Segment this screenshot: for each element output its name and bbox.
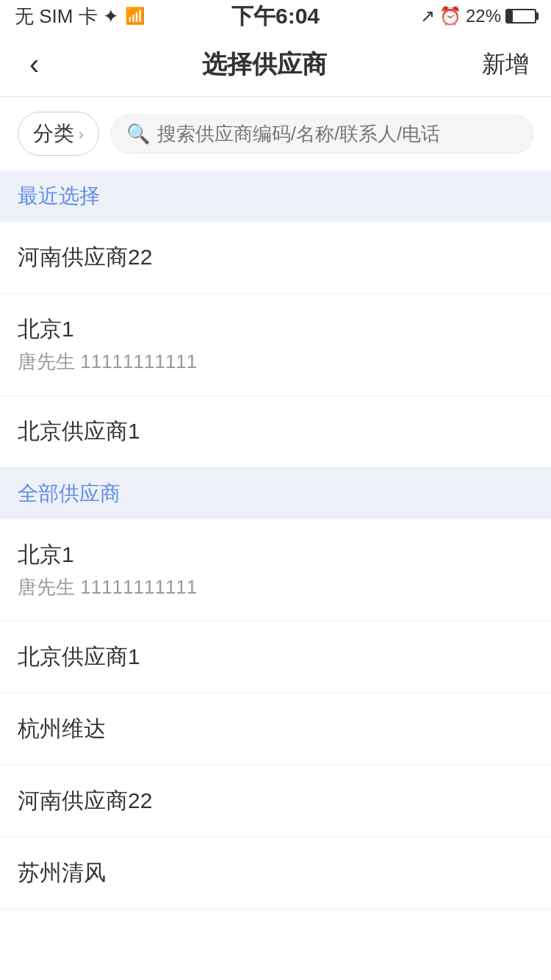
status-right: ↗ ⏰ 22%	[420, 6, 536, 26]
status-bar: 无 SIM 卡 ✦ 📶 下午6:04 ↗ ⏰ 22%	[0, 0, 551, 32]
page-title: 选择供应商	[202, 48, 327, 82]
item-name: 北京供应商1	[18, 417, 533, 447]
all-section-header: 全部供应商	[0, 468, 551, 519]
back-button[interactable]: ‹	[22, 40, 46, 88]
item-name: 杭州维达	[18, 714, 533, 744]
item-name: 北京供应商1	[18, 642, 533, 672]
all-section-label: 全部供应商	[18, 482, 120, 505]
item-name: 北京1	[18, 540, 533, 570]
recent-section-label: 最近选择	[18, 184, 100, 207]
list-item[interactable]: 北京1 唐先生 11111111111	[0, 294, 551, 396]
new-add-button[interactable]: 新增	[482, 48, 529, 81]
all-list: 北京1 唐先生 11111111111北京供应商1杭州维达河南供应商22苏州清风	[0, 519, 551, 909]
status-left: 无 SIM 卡 ✦ 📶	[15, 4, 145, 29]
nav-bar: ‹ 选择供应商 新增	[0, 32, 551, 97]
list-item[interactable]: 北京供应商1	[0, 621, 551, 693]
chevron-right-icon: ›	[79, 126, 84, 143]
list-item[interactable]: 北京供应商1	[0, 396, 551, 468]
category-button[interactable]: 分类 ›	[18, 112, 99, 156]
wifi-icon: 📶	[125, 7, 145, 26]
search-input[interactable]	[157, 123, 518, 145]
status-time: 下午6:04	[231, 1, 320, 32]
recent-list: 河南供应商22北京1 唐先生 11111111111北京供应商1	[0, 222, 551, 468]
item-name: 苏州清风	[18, 858, 533, 888]
filter-bar: 分类 › 🔍	[0, 97, 551, 170]
location-icon: ↗	[420, 6, 435, 26]
alarm-icon: ⏰	[439, 6, 461, 26]
search-icon: 🔍	[126, 123, 150, 145]
battery-icon	[505, 9, 536, 24]
item-name: 北京1	[18, 314, 533, 345]
category-label: 分类	[33, 120, 74, 148]
item-sub: 唐先生 11111111111	[18, 349, 533, 375]
battery-percentage: 22%	[466, 6, 501, 26]
list-item[interactable]: 河南供应商22	[0, 222, 551, 294]
sim-status: 无 SIM 卡 ✦	[15, 4, 119, 29]
item-sub: 唐先生 11111111111	[18, 574, 533, 600]
list-item[interactable]: 苏州清风	[0, 837, 551, 909]
recent-section-header: 最近选择	[0, 170, 551, 222]
list-item[interactable]: 河南供应商22	[0, 765, 551, 837]
list-item[interactable]: 北京1 唐先生 11111111111	[0, 519, 551, 621]
item-name: 河南供应商22	[18, 242, 533, 273]
item-name: 河南供应商22	[18, 786, 533, 816]
list-item[interactable]: 杭州维达	[0, 693, 551, 765]
search-box[interactable]: 🔍	[111, 115, 533, 154]
